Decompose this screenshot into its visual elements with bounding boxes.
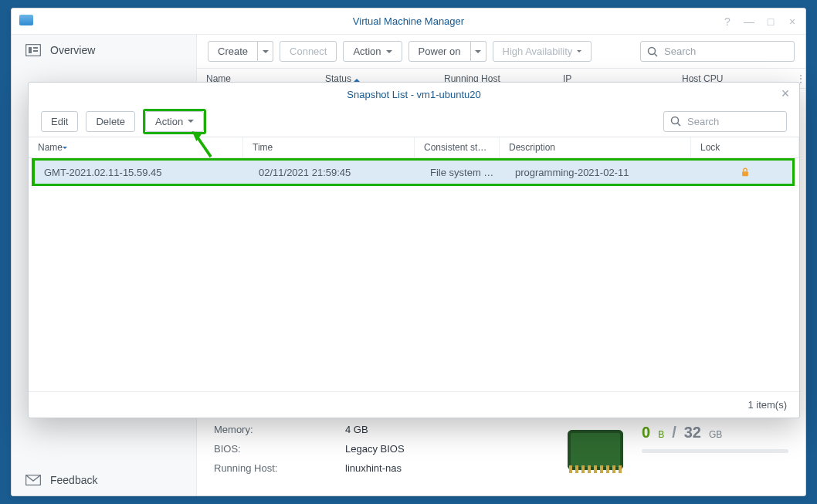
svg-rect-3 [33,50,38,52]
svg-rect-1 [29,47,32,53]
memory-separator: / [672,424,676,441]
minimize-icon[interactable]: — [741,13,758,30]
sidebar-item-label: Feedback [50,474,97,486]
feedback-icon [25,474,41,486]
window-controls: ? — □ × [719,13,801,30]
modal-titlebar: Snapshot List - vm1-ubuntu20 × [29,83,799,106]
item-count-label: 1 item(s) [748,399,787,411]
cell-snapshot-time: 02/11/2021 21:59:45 [249,167,421,178]
memory-total-unit: GB [709,429,722,440]
modal-footer: 1 item(s) [29,391,799,418]
chevron-down-icon [386,50,392,53]
action-button[interactable]: Action [145,111,204,132]
chevron-down-icon [188,120,194,123]
memory-used-unit: B [658,429,664,440]
modal-search-input[interactable] [686,115,780,128]
connect-button[interactable]: Connect [280,41,337,62]
svg-point-7 [672,117,679,124]
detail-bios-value: Legacy BIOS [345,443,405,455]
action-button-main[interactable]: Action [343,41,402,62]
col-snapshot-name[interactable]: Name [29,137,243,157]
lock-icon [741,167,750,177]
vm-detail-kv: Memory:4 GB BIOS:Legacy BIOS Running Hos… [214,424,405,482]
col-snapshot-time[interactable]: Time [243,137,415,157]
modal-close-icon[interactable]: × [778,86,793,101]
poweron-button[interactable]: Power on [408,41,486,62]
snapshot-row[interactable]: GMT-2021.02.11-15.59.45 02/11/2021 21:59… [35,161,792,184]
detail-running-host-label: Running Host: [214,462,345,474]
memory-used-value: 0 [642,424,650,441]
svg-rect-2 [33,47,38,49]
memory-bar [642,449,788,453]
memory-total-value: 32 [684,424,701,441]
row-highlight: GMT-2021.02.11-15.59.45 02/11/2021 21:59… [32,158,795,186]
poweron-dropdown[interactable] [471,41,486,62]
snapshot-table-body: GMT-2021.02.11-15.59.45 02/11/2021 21:59… [29,158,799,391]
cell-snapshot-name: GMT-2021.02.11-15.59.45 [35,167,249,178]
svg-line-8 [678,123,681,127]
host-memory-widget: 0B / 32GB [642,424,788,453]
help-icon[interactable]: ? [719,13,736,30]
close-icon[interactable]: × [784,13,801,30]
detail-running-host-value: linuxhint-nas [345,462,402,474]
snapshot-table-header: Name Time Consistent st… Description Loc… [29,137,799,158]
snapshot-modal: Snapshot List - vm1-ubuntu20 × Edit Dele… [28,82,800,418]
sidebar-item-overview[interactable]: Overview [12,35,196,66]
window-title: Virtual Machine Manager [353,15,464,27]
modal-title-text: Snapshot List - vm1-ubuntu20 [347,89,480,100]
create-dropdown[interactable] [258,41,273,62]
col-snapshot-consistent[interactable]: Consistent st… [415,137,500,157]
main-toolbar: Create Connect Action Power on High Avai… [197,35,805,69]
modal-toolbar: Edit Delete Action [29,106,799,137]
main-search[interactable] [640,41,795,62]
col-snapshot-lock[interactable]: Lock [691,137,799,157]
delete-button[interactable]: Delete [86,111,135,132]
main-search-input[interactable] [663,45,788,58]
svg-rect-9 [742,171,748,176]
cell-snapshot-lock [697,167,792,177]
svg-line-6 [655,53,658,56]
window-titlebar: Virtual Machine Manager ? — □ × [12,8,805,35]
sort-desc-icon [63,147,67,149]
sort-asc-icon [354,79,360,82]
edit-button[interactable]: Edit [41,111,78,132]
detail-bios-label: BIOS: [214,443,345,455]
vm-detail-area: Memory:4 GB BIOS:Legacy BIOS Running Hos… [197,413,805,496]
sidebar-item-label: Overview [50,44,95,56]
svg-point-5 [649,47,656,54]
modal-search[interactable] [663,111,787,132]
app-icon [19,15,33,25]
cell-snapshot-description: programming-2021-02-11 [506,167,697,178]
search-icon [670,116,681,127]
search-icon [647,46,658,57]
cell-snapshot-consistent: File system c… [421,167,506,178]
create-button[interactable]: Create [208,41,273,62]
sidebar-item-feedback[interactable]: Feedback [12,465,196,496]
detail-memory-label: Memory: [214,424,345,435]
action-highlight: Action [143,109,206,134]
cpu-chip-icon [568,430,623,470]
overview-icon [25,44,41,56]
detail-memory-value: 4 GB [345,424,368,435]
col-snapshot-description[interactable]: Description [500,137,691,157]
high-availability-button[interactable]: High Availability [493,41,592,62]
maximize-icon[interactable]: □ [762,13,779,30]
